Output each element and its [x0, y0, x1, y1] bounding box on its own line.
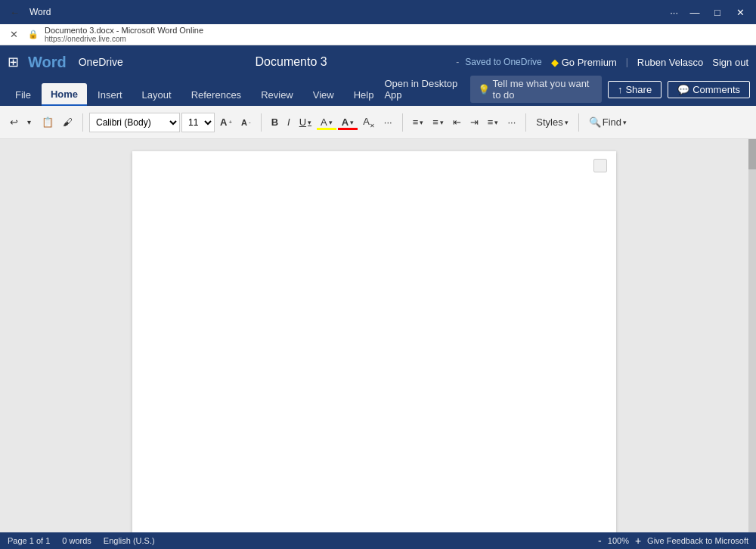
app-header: ⊞ Word OneDrive Documento 3 - Saved to O…: [0, 45, 756, 79]
document-scroll[interactable]: [0, 139, 748, 532]
clear-format-icon: A✕: [363, 116, 375, 129]
styles-button[interactable]: Styles ▾: [532, 114, 572, 130]
document-page[interactable]: [132, 151, 616, 532]
undo-button[interactable]: ↩: [6, 114, 22, 130]
menu-home[interactable]: Home: [42, 83, 87, 106]
menu-layout[interactable]: Layout: [133, 83, 181, 106]
scrollbar-thumb[interactable]: [748, 139, 756, 169]
open-desktop-button[interactable]: Open in Desktop App: [384, 78, 463, 101]
premium-icon: ◆: [551, 57, 559, 68]
address-bar: ✕ 🔒 Documento 3.docx - Microsoft Word On…: [0, 24, 756, 45]
find-button[interactable]: 🔍 Find ▾: [585, 114, 631, 130]
clipboard-button[interactable]: 📋: [38, 114, 57, 130]
numbering-icon: ≡: [432, 116, 438, 128]
comments-label: Comments: [692, 84, 740, 95]
styles-caret: ▾: [565, 119, 569, 126]
highlight-icon: A: [321, 116, 327, 128]
styles-group: Styles ▾: [532, 114, 572, 130]
format-group: B I U▾ A ▾ A ▾ A✕ ···: [268, 113, 396, 132]
shrink-font-button[interactable]: A-: [237, 116, 255, 129]
share-icon: ↑: [618, 84, 623, 95]
status-bar: Page 1 of 1 0 words English (U.S.) - 100…: [0, 532, 756, 549]
bullets-button[interactable]: ≡ ▾: [409, 114, 428, 130]
grow-font-button[interactable]: A+: [216, 114, 236, 130]
bold-button[interactable]: B: [268, 114, 282, 130]
header-right: ◆ Go Premium | Ruben Velasco Sign out: [551, 57, 748, 68]
scrollbar[interactable]: [748, 139, 756, 532]
align-icon: ≡: [488, 116, 494, 128]
sep5: [578, 113, 579, 132]
user-name[interactable]: Ruben Velasco: [637, 57, 703, 68]
clear-format-button[interactable]: A✕: [359, 113, 379, 132]
undo-icon: ↩: [10, 116, 18, 128]
zoom-plus-button[interactable]: +: [635, 535, 641, 547]
font-color-caret: ▾: [350, 119, 354, 126]
grow-icon: A: [220, 116, 227, 128]
app-name[interactable]: Word: [28, 54, 67, 71]
premium-label: Go Premium: [562, 57, 617, 68]
highlight-color-bar: [317, 128, 336, 130]
onedrive-link[interactable]: OneDrive: [79, 56, 123, 68]
close-tab-icon: ✕: [10, 29, 18, 40]
maximize-button[interactable]: □: [708, 2, 727, 22]
share-button[interactable]: ↑ Share: [608, 81, 662, 98]
language: English (U.S.): [104, 536, 155, 545]
format-painter-icon: 🖌: [63, 116, 73, 128]
go-premium-button[interactable]: ◆ Go Premium: [551, 57, 617, 68]
minimize-button[interactable]: —: [685, 2, 705, 22]
more-options-button[interactable]: ···: [666, 2, 682, 22]
menu-review[interactable]: Review: [252, 83, 302, 106]
clipboard-icon: 📋: [42, 116, 54, 128]
header-divider: |: [626, 57, 628, 67]
address-url[interactable]: Documento 3.docx - Microsoft Word Online…: [45, 26, 203, 43]
font-size-select[interactable]: 11: [181, 113, 215, 132]
feedback-button[interactable]: Give Feedback to Microsoft: [647, 536, 748, 545]
numbering-button[interactable]: ≡ ▾: [429, 114, 448, 130]
indent-more-icon: ⇥: [470, 116, 479, 128]
find-label: Find: [603, 116, 621, 128]
lightbulb-icon: 💡: [478, 84, 490, 95]
save-status: Saved to OneDrive: [465, 57, 541, 67]
zoom-minus-button[interactable]: -: [598, 535, 602, 547]
align-button[interactable]: ≡ ▾: [484, 114, 503, 130]
redo-button[interactable]: ▾: [23, 116, 35, 129]
menu-right: Open in Desktop App 💡 Tell me what you w…: [384, 76, 750, 106]
tell-me-input[interactable]: 💡 Tell me what you want to do: [470, 76, 602, 103]
sep2: [261, 113, 262, 132]
sign-out-button[interactable]: Sign out: [712, 57, 748, 68]
back-icon: ←: [10, 7, 20, 18]
menu-view[interactable]: View: [304, 83, 343, 106]
page-title-text: Documento 3.docx - Microsoft Word Online: [45, 26, 203, 35]
more-format-button[interactable]: ···: [380, 114, 396, 130]
list-group: ≡ ▾ ≡ ▾ ⇤ ⇥ ≡ ▾ ···: [409, 114, 520, 130]
menu-file[interactable]: File: [6, 83, 40, 106]
grid-icon[interactable]: ⊞: [8, 54, 19, 70]
format-painter-button[interactable]: 🖌: [59, 114, 76, 130]
more-para-button[interactable]: ···: [503, 114, 519, 130]
font-color-button[interactable]: A ▾: [338, 114, 358, 130]
shrink-icon: A: [241, 118, 247, 127]
more-icon: ···: [670, 7, 678, 18]
underline-button[interactable]: U▾: [296, 114, 315, 130]
font-name-select[interactable]: Calibri (Body): [89, 113, 180, 132]
comments-button[interactable]: 💬 Comments: [668, 81, 750, 98]
document-area: [0, 139, 756, 532]
menu-insert[interactable]: Insert: [88, 83, 132, 106]
window-controls: ··· — □ ✕: [666, 2, 750, 22]
menu-references[interactable]: References: [182, 83, 250, 106]
lock-icon-container: 🔒: [28, 29, 39, 39]
find-group: 🔍 Find ▾: [585, 114, 631, 130]
italic-button[interactable]: I: [284, 114, 294, 130]
close-tab-button[interactable]: ✕: [6, 26, 22, 42]
word-count: 0 words: [62, 536, 91, 545]
back-button[interactable]: ←: [6, 5, 23, 20]
doc-separator: -: [456, 57, 459, 67]
indent-less-button[interactable]: ⇤: [449, 114, 465, 130]
close-button[interactable]: ✕: [730, 2, 750, 22]
document-name: Documento 3: [132, 55, 450, 69]
page-indicator[interactable]: [593, 159, 607, 172]
sep4: [525, 113, 526, 132]
highlight-button[interactable]: A ▾: [317, 114, 336, 130]
menu-help[interactable]: Help: [345, 83, 383, 106]
indent-more-button[interactable]: ⇥: [466, 114, 482, 130]
